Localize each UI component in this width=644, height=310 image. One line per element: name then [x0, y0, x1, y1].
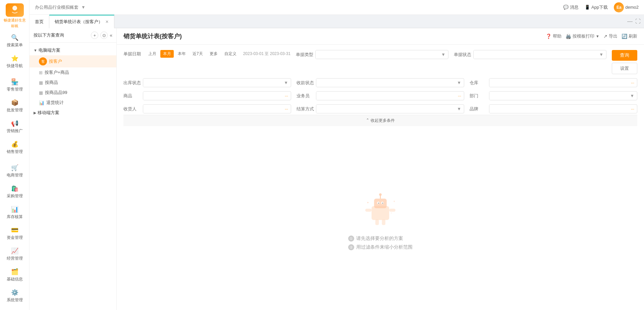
print-btn[interactable]: 🖨️ 按模板打印 ▼	[566, 33, 599, 39]
warehouse-input[interactable]	[489, 79, 628, 87]
sidebar-item-ecommerce[interactable]: 🛒 电商管理	[0, 161, 29, 182]
tab-maximize-btn[interactable]: ⛶	[635, 18, 641, 24]
out-status-input[interactable]	[143, 79, 281, 87]
dept-input[interactable]	[489, 92, 627, 100]
out-status-dropdown-btn[interactable]: ▼	[281, 79, 291, 87]
user-menu-btn[interactable]: Ea demo2	[614, 2, 639, 12]
salesman-input[interactable]	[316, 92, 455, 100]
scheme-item-return-stats[interactable]: 📊 退货统计	[30, 98, 116, 108]
scheme-panel-title: 按以下方案查询	[34, 32, 64, 38]
date-this-year[interactable]: 本年	[175, 50, 189, 58]
message-btn[interactable]: 💬 消息	[563, 4, 579, 10]
date-more[interactable]: 更多	[207, 50, 220, 58]
collect-status-dropdown-btn[interactable]: ▼	[454, 79, 464, 87]
sidebar-item-inventory[interactable]: 📊 库存核算	[0, 202, 29, 223]
help-label: 帮助	[553, 33, 561, 39]
tab-minimize-btn[interactable]: —	[627, 18, 633, 24]
doc-status-input[interactable]	[474, 50, 596, 59]
goods-input[interactable]	[143, 92, 282, 100]
tab-close-btn[interactable]: ✕	[105, 19, 109, 24]
date-custom[interactable]: 自定义	[222, 50, 239, 58]
sidebar-item-quick-nav[interactable]: ⭐ 快捷导航	[0, 51, 29, 72]
salesman-dots-btn[interactable]: ···	[455, 92, 464, 100]
sidebar-item-purchase[interactable]: 🛍️ 采购管理	[0, 182, 29, 202]
scheme-item-by-customer-goods[interactable]: ⊞ 按客户+商品	[30, 67, 116, 78]
edit-scheme-btn[interactable]: ⊙	[100, 32, 108, 39]
svg-rect-12	[382, 219, 386, 225]
logo-subtitle: 标账	[11, 23, 18, 28]
refresh-icon: 🔄	[622, 34, 627, 39]
sidebar-item-finance[interactable]: 💳 资金管理	[0, 223, 29, 244]
goods-label: 商品	[123, 93, 141, 99]
date-last-7[interactable]: 近7天	[190, 50, 206, 58]
sidebar-item-wholesale[interactable]: 📦 批发管理	[0, 96, 29, 116]
app-download-btn[interactable]: 📱 App下载	[585, 4, 608, 10]
consignee-input[interactable]	[143, 105, 282, 113]
main-wrap: 办公用品行业模拟账套 ▼ 💬 消息 📱 App下载 Ea demo2 首页	[30, 0, 644, 310]
doc-status-dropdown-btn[interactable]: ▼	[596, 50, 606, 59]
dept-label: 部门	[470, 93, 487, 99]
sidebar-basicinfo-label: 基础信息	[7, 276, 23, 282]
settlement-input[interactable]	[316, 105, 454, 113]
industry-dropdown-icon[interactable]: ▼	[81, 5, 86, 10]
by-customer-goods-icon: ⊞	[39, 70, 43, 75]
help-btn[interactable]: ❓ 帮助	[546, 33, 561, 39]
doc-type-input[interactable]	[316, 50, 438, 59]
sidebar-item-system[interactable]: ⚙️ 系统管理	[0, 286, 29, 306]
brand-dots-btn[interactable]: ···	[628, 105, 637, 113]
doc-type-label: 单据类型	[296, 52, 313, 58]
sidebar-search-label: 搜索菜单	[7, 42, 23, 48]
scheme-item-by-goods[interactable]: ▦ 按商品	[30, 78, 116, 88]
settlement-dropdown-btn[interactable]: ▼	[454, 105, 464, 113]
consignee-dots-btn[interactable]: ···	[282, 105, 291, 113]
tab-home[interactable]: 首页	[30, 15, 49, 28]
settlement-label: 结算方式	[297, 106, 314, 112]
user-name-label: demo2	[625, 5, 639, 10]
query-btn[interactable]: 查询	[612, 50, 637, 61]
sidebar-item-search[interactable]: 🔍 搜索菜单	[0, 31, 29, 51]
collapse-more-conditions-btn[interactable]: ⌃ 收起更多条件	[123, 115, 637, 126]
sidebar-ecommerce-label: 电商管理	[7, 172, 23, 178]
dept-dropdown-btn[interactable]: ▼	[627, 92, 637, 100]
export-btn[interactable]: ↗ 导出	[603, 33, 618, 39]
date-this-month[interactable]: 本月	[160, 50, 174, 58]
collect-status-input[interactable]	[316, 79, 454, 87]
sidebar-wholesale-label: 批发管理	[7, 107, 23, 113]
doc-status-label: 单据状态	[454, 52, 471, 58]
desktop-group-header[interactable]: ▼ 电脑端方案	[30, 45, 116, 55]
basicinfo-icon: 🗂️	[11, 268, 18, 275]
goods-dots-btn[interactable]: ···	[282, 92, 291, 100]
scheme-item-by-customer[interactable]: 客 按客户	[30, 55, 116, 67]
sidebar-purchase-label: 采购管理	[7, 193, 23, 199]
scheme-item-by-customer-goods-label: 按客户+商品	[45, 69, 69, 75]
download-icon: 📱	[585, 5, 590, 10]
mobile-group-label: 移动端方案	[38, 110, 59, 116]
mobile-scheme-group: ▶ 移动端方案	[30, 108, 116, 118]
brand-input[interactable]	[489, 105, 628, 113]
doc-type-dropdown-btn[interactable]: ▼	[438, 50, 448, 59]
scheme-item-return-stats-label: 退货统计	[46, 100, 64, 106]
tab-home-label: 首页	[35, 19, 44, 25]
app-download-label: App下载	[591, 4, 608, 10]
warehouse-dots-btn[interactable]: ···	[628, 79, 637, 87]
mobile-group-header[interactable]: ▶ 移动端方案	[30, 108, 116, 118]
refresh-btn[interactable]: 🔄 刷新	[622, 33, 637, 39]
add-scheme-btn[interactable]: +	[91, 32, 98, 39]
page-title: 销货单统计表(按客户)	[123, 32, 182, 40]
sidebar-item-basic-info[interactable]: 🗂️ 基础信息	[0, 265, 29, 286]
scheme-item-by-goods-99[interactable]: ▦ 按商品品99	[30, 88, 116, 98]
collapse-scheme-btn[interactable]: «	[110, 33, 112, 38]
sidebar-item-sales[interactable]: 💰 销售管理	[0, 137, 29, 158]
sidebar-item-marketing[interactable]: 📢 营销推广	[0, 116, 29, 137]
date-last-month[interactable]: 上月	[146, 50, 159, 58]
tab-sales-stats[interactable]: 销货单统计表（按客户） ✕	[49, 15, 114, 28]
sales-icon: 💰	[11, 141, 18, 148]
content-area: 销货单统计表(按客户) ❓ 帮助 🖨️ 按模板打印 ▼ ↗ 导出	[117, 28, 644, 310]
sidebar-item-operations[interactable]: 📈 经营管理	[0, 244, 29, 265]
svg-text:✦: ✦	[367, 201, 369, 204]
scheme-panel-header: 按以下方案查询 + ⊙ «	[30, 28, 116, 43]
sidebar-item-enterprise[interactable]: 🤝 企业协同	[0, 306, 29, 310]
settings-btn[interactable]: 设置	[612, 63, 637, 74]
sidebar: 畅捷通好生意 标账 🔍 搜索菜单 ⭐ 快捷导航 🏪 零售管理 📦 批发管理 📢 …	[0, 0, 30, 310]
sidebar-item-retail[interactable]: 🏪 零售管理	[0, 75, 29, 96]
